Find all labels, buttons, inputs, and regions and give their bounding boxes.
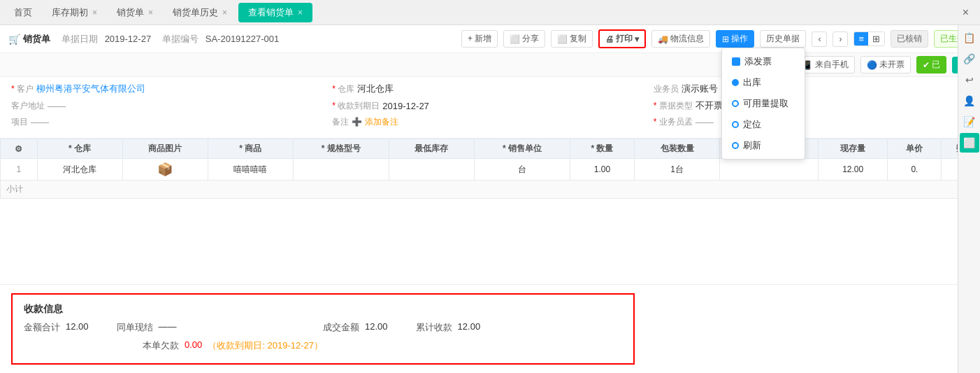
menu-add-invoice[interactable]: 添发票 bbox=[722, 51, 805, 72]
outbound-label: 出库 bbox=[743, 76, 761, 89]
share-button[interactable]: ⬜ 分享 bbox=[503, 30, 545, 48]
menu-refresh[interactable]: 刷新 bbox=[722, 135, 805, 156]
payment-date-value: 2019-12-27 bbox=[382, 101, 429, 111]
logistics-icon: 🚚 bbox=[658, 34, 668, 44]
row-unit: 台 bbox=[474, 159, 570, 181]
tab-sales[interactable]: 销货单 × bbox=[108, 3, 161, 22]
row-image: 📦 bbox=[122, 159, 208, 181]
menu-available-qty[interactable]: 可用量提取 bbox=[722, 93, 805, 114]
product-table: ⚙ * 仓库 商品图片 * 商品 * 规格型号 最低库存 * 销售单位 * 数量… bbox=[0, 139, 980, 199]
tab-sales-history-label: 销货单历史 bbox=[173, 6, 218, 19]
available-qty-label: 可用量提取 bbox=[743, 97, 788, 110]
locate-label: 定位 bbox=[743, 118, 761, 131]
ticket-type-field: 票据类型 不开票 bbox=[654, 99, 969, 112]
new-button[interactable]: + 新增 bbox=[461, 30, 498, 48]
logistics-button[interactable]: 🚚 物流信息 bbox=[651, 30, 710, 48]
next-button[interactable]: › bbox=[833, 31, 848, 47]
operate-dropdown: 添发票 出库 可用量提取 定位 刷新 bbox=[721, 48, 805, 160]
col-qty: * 数量 bbox=[570, 139, 634, 159]
payment-date-field: 收款到期日 2019-12-27 bbox=[332, 100, 647, 112]
amount-total-value: 12.00 bbox=[66, 321, 89, 334]
list-view-btn[interactable]: ≡ bbox=[854, 32, 868, 45]
grid-view-btn[interactable]: ⊞ bbox=[868, 32, 884, 45]
window-close-btn[interactable]: × bbox=[957, 6, 974, 19]
tab-sales-history-close[interactable]: × bbox=[222, 8, 227, 17]
print-button[interactable]: 🖨 打印 ▾ bbox=[598, 29, 646, 48]
plus-icon: ➕ bbox=[352, 117, 362, 127]
receipt-grid: 金额合计 12.00 同单现结 —— 成交金额 12.00 累计收款 12.00… bbox=[24, 321, 622, 355]
payment-date-label: 收款到期日 bbox=[332, 100, 380, 112]
col-pack-qty: 包装数量 bbox=[635, 139, 720, 159]
sidebar-icon-5[interactable]: 📝 bbox=[960, 112, 979, 132]
this-owe-label: 本单欠款 bbox=[143, 339, 179, 352]
refresh-label: 刷新 bbox=[743, 139, 761, 152]
row-available bbox=[720, 159, 819, 181]
form-row-3: 项目 —— 备注 ➕ 添加备注 业务员孟 —— bbox=[11, 116, 969, 128]
print-icon: 🖨 bbox=[605, 34, 614, 44]
confirmed-btn[interactable]: ✔ 已 bbox=[916, 56, 946, 73]
note-field: 备注 ➕ 添加备注 bbox=[332, 116, 647, 128]
subtotal-label: 小计 bbox=[1, 181, 980, 199]
tab-sales-label: 销货单 bbox=[117, 6, 144, 19]
table-header-row: ⚙ * 仓库 商品图片 * 商品 * 规格型号 最低库存 * 销售单位 * 数量… bbox=[1, 139, 980, 159]
sidebar-icon-2[interactable]: 🔗 bbox=[960, 49, 979, 69]
tab-inventory-close[interactable]: × bbox=[92, 8, 97, 17]
sidebar-icon-4[interactable]: 👤 bbox=[960, 91, 979, 111]
tab-home[interactable]: 首页 bbox=[6, 3, 41, 22]
tab-bar: 首页 库存期初 × 销货单 × 销货单历史 × 查看销货单 × × bbox=[0, 0, 980, 25]
date-label-text: 单据日期 bbox=[62, 34, 98, 44]
operate-button[interactable]: ⊞ 操作 bbox=[716, 30, 754, 48]
salesperson2-label: 业务员孟 bbox=[654, 116, 693, 128]
col-min-stock: 最低库存 bbox=[389, 139, 474, 159]
address-field: 客户地址 —— bbox=[11, 100, 326, 112]
tab-inventory-label: 库存期初 bbox=[52, 6, 88, 19]
receipt-row-1: 金额合计 12.00 同单现结 —— bbox=[24, 321, 323, 334]
not-open-ticket-btn[interactable]: 🔵 未开票 bbox=[860, 56, 911, 73]
customer-value[interactable]: 柳州粤港平安气体有限公司 bbox=[36, 83, 145, 95]
tab-view-sales[interactable]: 查看销货单 × bbox=[238, 3, 312, 22]
tab-sales-close[interactable]: × bbox=[148, 8, 153, 17]
col-warehouse: * 仓库 bbox=[37, 139, 122, 159]
doc-icon: 🛒 bbox=[8, 34, 20, 45]
product-table-wrap: ⚙ * 仓库 商品图片 * 商品 * 规格型号 最低库存 * 销售单位 * 数量… bbox=[0, 139, 980, 285]
project-value: —— bbox=[31, 117, 49, 127]
row-product: 嘻嘻嘻嘻 bbox=[208, 159, 293, 181]
address-value: —— bbox=[48, 101, 66, 111]
sidebar-icon-3[interactable]: ↩ bbox=[960, 70, 979, 90]
tab-sales-history[interactable]: 销货单历史 × bbox=[164, 3, 236, 22]
col-settings[interactable]: ⚙ bbox=[1, 139, 38, 159]
refresh-icon bbox=[732, 142, 739, 149]
main-content: 🛒 销货单 单据日期 2019-12-27 单据编号 SA-20191227-0… bbox=[0, 25, 980, 373]
salesperson-label: 业务员 bbox=[654, 83, 679, 95]
copy-icon: ⬜ bbox=[557, 34, 568, 44]
warehouse-label: 仓库 bbox=[332, 83, 354, 95]
ticket-type-value: 不开票 bbox=[696, 99, 723, 112]
row-warehouse: 河北仓库 bbox=[37, 159, 122, 181]
add-note-btn[interactable]: ➕ 添加备注 bbox=[352, 116, 398, 128]
col-unit: * 销售单位 bbox=[474, 139, 570, 159]
tab-inventory[interactable]: 库存期初 × bbox=[43, 3, 106, 22]
add-invoice-icon bbox=[732, 57, 740, 66]
ticket-icon: 🔵 bbox=[867, 60, 877, 70]
add-note-label: 添加备注 bbox=[365, 117, 398, 127]
row-spec bbox=[293, 159, 389, 181]
receipt-row-2: 成交金额 12.00 累计收款 12.00 bbox=[323, 321, 622, 334]
share-icon: ⬜ bbox=[510, 34, 520, 44]
tab-view-sales-close[interactable]: × bbox=[298, 8, 303, 17]
available-qty-icon bbox=[732, 100, 739, 107]
no-value: SA-20191227-001 bbox=[206, 34, 280, 44]
copy-button[interactable]: ⬜ 复制 bbox=[551, 30, 593, 48]
doc-title: 销货单 bbox=[23, 33, 50, 45]
no-label: 单据编号 SA-20191227-001 bbox=[162, 33, 279, 45]
print-dropdown-arrow: ▾ bbox=[635, 34, 639, 44]
sidebar-icon-1[interactable]: 📋 bbox=[960, 28, 979, 48]
sidebar-icon-6[interactable]: ⬜ bbox=[960, 133, 979, 153]
menu-locate[interactable]: 定位 bbox=[722, 114, 805, 135]
row-qty: 1.00 bbox=[570, 159, 634, 181]
confirm-icon: ✔ bbox=[923, 60, 930, 70]
menu-outbound[interactable]: 出库 bbox=[722, 72, 805, 93]
prev-button[interactable]: ‹ bbox=[812, 31, 827, 47]
table-row: 1 河北仓库 📦 嘻嘻嘻嘻 台 1.00 1台 12.00 0. bbox=[1, 159, 980, 181]
history-button[interactable]: 历史单据 bbox=[760, 30, 806, 48]
row-current-stock: 12.00 bbox=[818, 159, 888, 181]
